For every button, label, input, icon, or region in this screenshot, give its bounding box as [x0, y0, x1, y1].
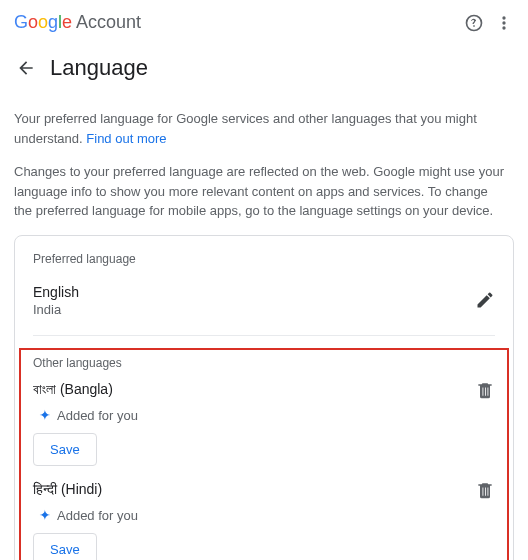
help-icon[interactable]	[464, 13, 484, 33]
page-title-row: Language	[0, 45, 528, 95]
delete-trash-icon[interactable]	[475, 380, 495, 400]
logo-account-text: Account	[76, 12, 141, 33]
more-vert-icon[interactable]	[494, 13, 514, 33]
app-header: Google Account	[0, 0, 528, 45]
save-button[interactable]: Save	[33, 433, 97, 466]
added-for-you-text: Added for you	[57, 508, 138, 523]
preferred-language-name: English	[33, 284, 79, 300]
back-arrow-icon[interactable]	[16, 58, 36, 78]
sparkle-icon: ✦	[39, 408, 51, 422]
preferred-language-label: Preferred language	[33, 252, 495, 266]
other-language-item: বাংলা (Bangla) ✦ Added for you Save	[33, 380, 495, 480]
edit-pencil-icon[interactable]	[475, 290, 495, 310]
other-languages-highlight: Other languages বাংলা (Bangla) ✦ Added f…	[19, 348, 509, 561]
section-divider	[33, 335, 495, 336]
other-languages-label: Other languages	[33, 356, 495, 370]
other-language-name: বাংলা (Bangla)	[33, 381, 113, 398]
find-out-more-link[interactable]: Find out more	[86, 131, 166, 146]
other-language-name: हिन्दी (Hindi)	[33, 481, 102, 498]
preferred-language-row: English India	[33, 284, 495, 317]
description-para2: Changes to your preferred language are r…	[14, 162, 508, 221]
other-language-item: हिन्दी (Hindi) ✦ Added for you Save	[33, 480, 495, 561]
added-for-you-row: ✦ Added for you	[39, 408, 495, 423]
description-para1: Your preferred language for Google servi…	[14, 111, 477, 146]
page-title: Language	[50, 55, 148, 81]
sparkle-icon: ✦	[39, 508, 51, 522]
google-account-logo: Google Account	[14, 12, 141, 33]
language-card: Preferred language English India Other l…	[14, 235, 514, 561]
added-for-you-row: ✦ Added for you	[39, 508, 495, 523]
delete-trash-icon[interactable]	[475, 480, 495, 500]
added-for-you-text: Added for you	[57, 408, 138, 423]
preferred-language-region: India	[33, 302, 79, 317]
save-button[interactable]: Save	[33, 533, 97, 561]
page-description: Your preferred language for Google servi…	[0, 95, 528, 221]
